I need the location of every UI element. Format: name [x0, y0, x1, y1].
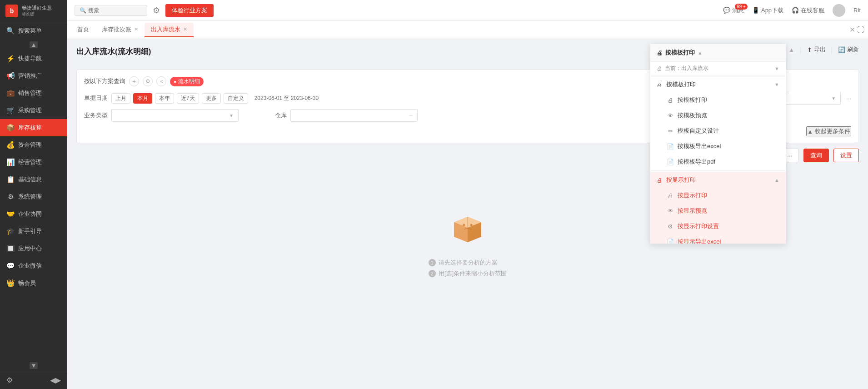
industry-solution-button[interactable]: 体验行业方案 — [165, 4, 214, 17]
tab-bar-actions: ✕ ⛶ — [849, 25, 864, 34]
logo-badge: 标准版 — [22, 11, 52, 17]
page-content: 出入库流水(流水明细) 🖨 按模板打印 ▲ | ⬆ 导出 | 🔄 — [67, 39, 868, 389]
display-print-item[interactable]: 🖨 按显示打印 — [650, 188, 786, 203]
sidebar-nav: ⚡ 快捷导航 📢 营销推广 💼 销售管理 🛒 采购管理 📦 库存核算 💰 — [0, 50, 67, 360]
header-search-box[interactable]: 🔍 — [75, 5, 147, 16]
dropdown-chevron-up[interactable]: ▲ — [698, 50, 703, 55]
template-pdf-item[interactable]: 📄 按模板导出pdf — [650, 154, 786, 170]
filter-dot-icon: ● — [174, 79, 176, 84]
warehouse-arrow: ··· — [409, 113, 413, 118]
sidebar-item-basic[interactable]: 📋 基础信息 — [0, 171, 67, 188]
sidebar-item-shortcut[interactable]: ⚡ 快捷导航 — [0, 50, 67, 67]
display-group-chevron[interactable]: ▲ — [774, 177, 779, 183]
template-pdf-icon: 📄 — [667, 158, 674, 165]
template-print-item-icon: 🖨 — [667, 96, 674, 104]
app-download-action[interactable]: 📱 App下载 — [752, 6, 783, 15]
collapse-filter-button[interactable]: « — [156, 76, 166, 86]
message-action[interactable]: 💬 消息 99 + — [723, 6, 744, 15]
current-month-btn[interactable]: 本月 — [133, 93, 152, 104]
page-title: 出入库流水(流水明细) — [76, 46, 151, 57]
template-print-item[interactable]: 🖨 按模板打印 — [650, 92, 786, 108]
sidebar-item-finance[interactable]: 💰 资金管理 — [0, 136, 67, 154]
empty-illustration — [445, 204, 490, 249]
vip-icon: 👑 — [6, 279, 15, 287]
display-print-icon: 🖨 — [667, 192, 674, 199]
warehouse-select[interactable]: ··· — [290, 109, 418, 122]
svg-point-6 — [470, 224, 473, 226]
tab-expand-icon[interactable]: ⛶ — [857, 26, 864, 34]
sidebar-scroll-down[interactable]: ▼ — [30, 362, 38, 369]
user-avatar[interactable] — [833, 4, 845, 17]
finance-icon: 💰 — [6, 141, 15, 149]
template-print-group[interactable]: 🖨 按模板打印 ▼ — [650, 76, 786, 92]
app-download-label: App下载 — [761, 6, 783, 15]
sales-icon: 💼 — [6, 89, 15, 97]
tab-flow[interactable]: 出入库流水 ✕ — [145, 23, 194, 37]
last-7days-btn[interactable]: 近7天 — [177, 93, 199, 104]
biz-type-select[interactable]: ▼ — [111, 109, 239, 122]
export-button[interactable]: ⬆ 导出 — [807, 45, 826, 54]
header-settings-icon[interactable]: ⚙ — [153, 5, 160, 15]
export-icon: ⬆ — [807, 46, 812, 53]
tab-batch[interactable]: 库存批次账 ✕ — [95, 23, 145, 37]
add-filter-button[interactable]: + — [129, 76, 139, 86]
filter-settings-button[interactable]: ⚙ — [143, 76, 153, 86]
tab-flow-close[interactable]: ✕ — [183, 26, 187, 32]
online-service-action[interactable]: 🎧 在线客服 — [792, 6, 824, 15]
more-date-btn[interactable]: 更多 — [202, 93, 221, 104]
template-design-icon: ✏ — [667, 127, 674, 135]
refresh-button[interactable]: 🔄 刷新 — [838, 45, 859, 54]
this-year-btn[interactable]: 本年 — [155, 93, 174, 104]
sidebar: b 畅捷通好生意 标准版 🔍 搜索菜单 ▲ ⚡ 快捷导航 📢 营销推广 — [0, 0, 67, 389]
sidebar-scroll-up[interactable]: ▲ — [30, 41, 38, 48]
collapse-sidebar-button[interactable]: ◀▶ — [50, 376, 61, 384]
wechat-icon: 💬 — [6, 262, 15, 270]
collapse-conditions-button[interactable]: ▲ 收起更多条件 — [806, 126, 851, 136]
sidebar-item-search[interactable]: 🔍 搜索菜单 — [0, 22, 67, 40]
headset-icon: 🎧 — [792, 7, 799, 14]
cooperation-icon: 🤝 — [6, 210, 15, 218]
header-search-input[interactable] — [88, 7, 143, 14]
app-logo: b 畅捷通好生意 标准版 — [0, 0, 67, 22]
sidebar-item-inventory[interactable]: 📦 库存核算 — [0, 119, 67, 136]
sidebar-item-vip[interactable]: 👑 畅会员 — [0, 274, 67, 292]
template-excel-item[interactable]: 📄 按模板导出excel — [650, 139, 786, 154]
settings-button[interactable]: ⚙ — [6, 376, 13, 384]
display-print-group[interactable]: 🖨 按显示打印 ▲ — [650, 172, 786, 188]
search-nav-icon: 🔍 — [6, 27, 15, 35]
sidebar-item-system[interactable]: ⚙ 系统管理 — [0, 188, 67, 205]
sidebar-item-guide[interactable]: 🎓 新手引导 — [0, 223, 67, 240]
template-design-item[interactable]: ✏ 模板自定义设计 — [650, 123, 786, 139]
table-settings-button[interactable]: 设置 — [833, 149, 859, 162]
logo-title: 畅捷通好生意 — [22, 5, 52, 11]
current-chevron[interactable]: ▼ — [774, 66, 779, 71]
prev-month-btn[interactable]: 上月 — [111, 93, 130, 104]
print-dropdown-panel: 🖨 按模板打印 ▲ 🖨 当前：出入库流水 ▼ — [650, 44, 786, 244]
display-print-settings-item[interactable]: ⚙ 按显示打印设置 — [650, 219, 786, 234]
filter-tag[interactable]: ● 流水明细 — [170, 77, 204, 86]
message-icon: 💬 — [723, 7, 730, 14]
template-preview-item[interactable]: 👁 按模板预览 — [650, 108, 786, 123]
display-excel-item[interactable]: 📄 按显示导出excel — [650, 234, 786, 244]
sidebar-item-wechat[interactable]: 💬 企业微信 — [0, 257, 67, 274]
sidebar-item-cooperation[interactable]: 🤝 企业协同 — [0, 205, 67, 223]
sidebar-item-purchase[interactable]: 🛒 采购管理 — [0, 102, 67, 119]
tab-batch-close[interactable]: ✕ — [134, 26, 138, 32]
empty-tip-2: 2 用[选]条件来缩小分析范围 — [429, 269, 507, 278]
doc-type-more[interactable]: ··· — [846, 95, 851, 102]
print-chevron-up: ▲ — [788, 46, 794, 53]
sidebar-item-operation[interactable]: 📊 经营管理 — [0, 154, 67, 171]
doc-type-arrow: ▼ — [831, 96, 836, 101]
sidebar-item-sales[interactable]: 💼 销售管理 — [0, 85, 67, 102]
tab-home[interactable]: 首页 — [71, 23, 95, 37]
template-excel-icon: 📄 — [667, 143, 674, 150]
sidebar-item-appstore[interactable]: 🔲 应用中心 — [0, 240, 67, 257]
sidebar-item-marketing[interactable]: 📢 营销推广 — [0, 67, 67, 85]
operation-icon: 📊 — [6, 158, 15, 166]
display-preview-item[interactable]: 👁 按显示预览 — [650, 203, 786, 219]
query-button[interactable]: 查询 — [803, 149, 829, 162]
warehouse-label: 仓库 — [275, 111, 287, 120]
custom-date-btn[interactable]: 自定义 — [224, 93, 248, 104]
tab-close-all-icon[interactable]: ✕ — [849, 25, 855, 34]
template-group-chevron[interactable]: ▼ — [774, 82, 779, 87]
